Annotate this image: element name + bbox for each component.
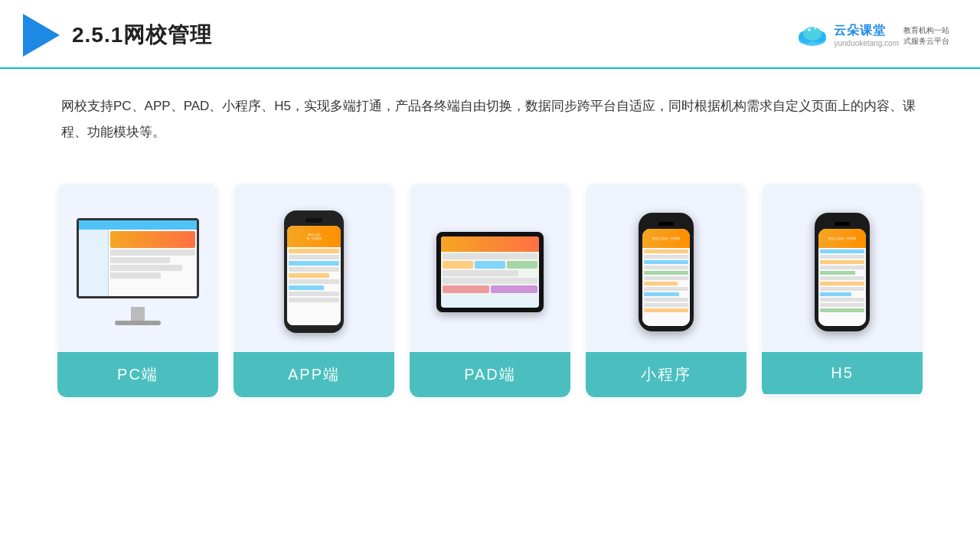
card-miniprogram: 职达人的第一堂网课 [586, 184, 746, 397]
svg-point-5 [815, 28, 817, 30]
mini-phone-notch-h5 [835, 222, 850, 226]
desktop-mockup [69, 218, 207, 325]
brand-text: 云朵课堂 yunduoketang.com [834, 23, 899, 47]
mini-phone-screen-h5: 职达人的第一堂网课 [818, 229, 866, 326]
header-right: 云朵课堂 yunduoketang.com 教育机构一站式服务云平台 [795, 23, 949, 47]
phone-notch [305, 218, 322, 223]
mini-phone-notch [658, 222, 674, 226]
card-image-app: 职达人的第一堂网课 [234, 184, 394, 352]
card-image-h5: 职达人的第一堂网课 [762, 184, 923, 352]
svg-point-3 [803, 27, 822, 41]
brand-logo: 云朵课堂 yunduoketang.com 教育机构一站式服务云平台 [795, 23, 949, 47]
card-app: 职达人的第一堂网课 APP端 [234, 184, 394, 397]
card-pad: PAD端 [410, 184, 570, 397]
card-label-h5: H5 [762, 352, 923, 394]
card-label-app: APP端 [234, 352, 394, 397]
brand-url: yunduoketang.com [834, 39, 899, 47]
tablet-mockup [436, 232, 544, 312]
card-image-pad [410, 184, 570, 352]
header-left: 2.5.1网校管理 [23, 14, 212, 57]
svg-point-4 [808, 28, 811, 31]
cards-container: PC端 职达人的第一堂网课 [0, 168, 980, 412]
phone-mockup-app: 职达人的第一堂网课 [284, 210, 344, 333]
phone-screen: 职达人的第一堂网课 [287, 226, 341, 325]
logo-triangle-icon [23, 14, 60, 57]
brand-tagline: 教育机构一站式服务云平台 [903, 25, 949, 47]
card-image-pc [57, 184, 218, 352]
header: 2.5.1网校管理 云朵课堂 yunduoketang.com 教育机构一站式服… [0, 0, 980, 69]
page-title: 2.5.1网校管理 [72, 21, 212, 50]
mini-phone-mockup-miniprogram: 职达人的第一堂网课 [639, 213, 694, 331]
mini-phone-screen: 职达人的第一堂网课 [642, 229, 690, 326]
card-label-miniprogram: 小程序 [586, 352, 746, 397]
cloud-icon [795, 24, 829, 47]
card-label-pad: PAD端 [410, 352, 570, 397]
card-pc: PC端 [57, 184, 218, 397]
mini-phone-mockup-h5: 职达人的第一堂网课 [815, 213, 870, 331]
svg-point-6 [812, 26, 813, 28]
card-image-miniprogram: 职达人的第一堂网课 [586, 184, 746, 352]
card-label-pc: PC端 [57, 352, 218, 397]
card-h5: 职达人的第一堂网课 [762, 184, 923, 397]
description-text: 网校支持PC、APP、PAD、小程序、H5，实现多端打通，产品各终端自由切换，数… [0, 69, 980, 161]
desktop-screen [77, 218, 199, 298]
brand-name: 云朵课堂 [834, 23, 899, 39]
tablet-screen [441, 236, 539, 308]
